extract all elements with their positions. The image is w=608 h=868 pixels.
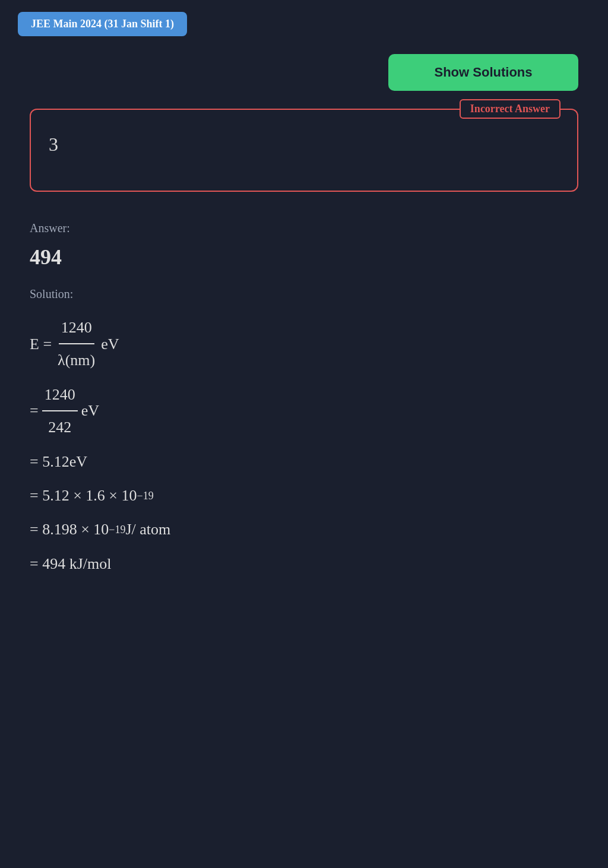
- solution-line6-text: = 494 kJ/mol: [30, 549, 111, 578]
- solution-label: Solution:: [30, 287, 578, 301]
- solution-line4-exp: −19: [137, 486, 154, 506]
- top-badge: JEE Main 2024 (31 Jan Shift 1): [18, 12, 187, 36]
- solution-line1-unit: eV: [101, 330, 119, 359]
- answer-label: Answer:: [30, 221, 578, 235]
- solution-line-2: = 1240 242 eV: [30, 380, 578, 442]
- solution-line1-eq: E =: [30, 330, 52, 359]
- answer-box: 3: [30, 109, 578, 192]
- show-solutions-label: Show Solutions: [435, 65, 533, 80]
- page-container: JEE Main 2024 (31 Jan Shift 1) Show Solu…: [0, 0, 608, 868]
- solution-line-5: = 8.198 × 10−19 J/ atom: [30, 515, 578, 544]
- incorrect-badge-text: Incorrect Answer: [470, 103, 550, 115]
- solution-line3-text: = 5.12eV: [30, 447, 87, 476]
- answer-box-container: 3 Incorrect Answer: [30, 109, 578, 192]
- top-badge-label: JEE Main 2024 (31 Jan Shift 1): [31, 18, 174, 30]
- incorrect-badge: Incorrect Answer: [460, 99, 560, 119]
- fraction-2: 1240 242: [42, 380, 78, 442]
- solution-line5-text: = 8.198 × 10: [30, 515, 109, 544]
- answer-section: Answer: 494 Solution:: [18, 221, 590, 301]
- solution-line-6: = 494 kJ/mol: [30, 549, 578, 578]
- fraction-1: 1240 λ(nm): [55, 313, 97, 375]
- solution-line5-exp: −19: [109, 519, 125, 540]
- solution-line-1: E = 1240 λ(nm) eV: [30, 313, 578, 375]
- solution-line2-eq: =: [30, 396, 39, 425]
- show-solutions-area: Show Solutions: [18, 54, 590, 91]
- answer-value: 494: [30, 245, 578, 270]
- fraction2-numerator: 1240: [42, 380, 78, 411]
- fraction2-denominator: 242: [46, 411, 74, 442]
- fraction1-numerator: 1240: [59, 313, 94, 344]
- solution-line4-text: = 5.12 × 1.6 × 10: [30, 481, 137, 510]
- solution-line-3: = 5.12eV: [30, 447, 578, 476]
- solution-line-4: = 5.12 × 1.6 × 10−19: [30, 481, 578, 510]
- show-solutions-button[interactable]: Show Solutions: [388, 54, 578, 91]
- user-answer-value: 3: [49, 134, 559, 156]
- solution-line5-suffix: J/ atom: [125, 515, 170, 544]
- solution-math: E = 1240 λ(nm) eV = 1240 242 eV = 5.12eV…: [18, 313, 590, 578]
- solution-line2-unit: eV: [81, 396, 99, 425]
- fraction1-denominator: λ(nm): [55, 344, 97, 375]
